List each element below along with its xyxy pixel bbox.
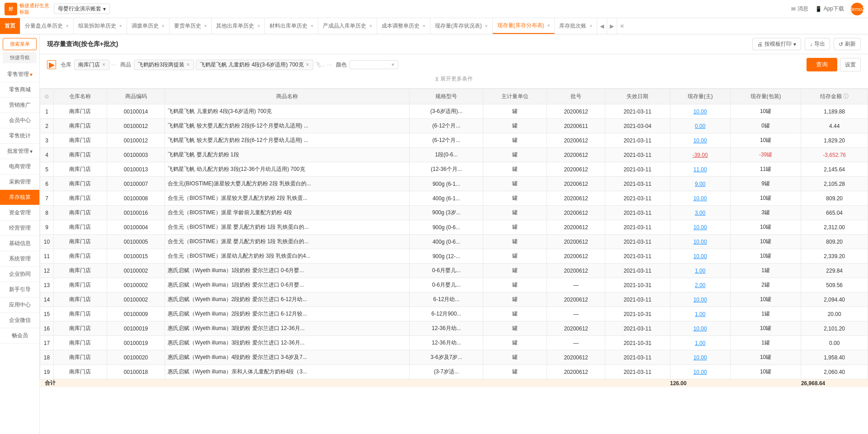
close-icon[interactable]: × bbox=[204, 24, 207, 28]
row-code: 00100009 bbox=[107, 307, 165, 321]
sidebar-item-system[interactable]: 系统管理 bbox=[0, 251, 39, 267]
close-icon[interactable]: × bbox=[66, 24, 69, 28]
tab-6[interactable]: 材料出库单历史 × bbox=[265, 18, 318, 34]
sidebar-item-wholesale[interactable]: 批发管理 ▾ bbox=[0, 144, 39, 159]
sidebar-item-marketing[interactable]: 营销推广 bbox=[0, 98, 39, 113]
tab-1[interactable]: 分量盘点单历史 × bbox=[20, 18, 74, 34]
export-button[interactable]: ↓ 导出 bbox=[805, 38, 830, 50]
row-qty-main[interactable]: 2.00 bbox=[670, 278, 730, 292]
app-download-button[interactable]: 📱 App下载 bbox=[815, 5, 844, 13]
row-qty-main[interactable]: 1.00 bbox=[670, 307, 730, 321]
row-qty-main[interactable]: 10.00 bbox=[670, 191, 730, 206]
col-settings[interactable]: ⚙ bbox=[40, 89, 54, 104]
row-qty-main[interactable]: 1.00 bbox=[670, 264, 730, 278]
remove-warehouse-icon[interactable]: × bbox=[102, 61, 105, 68]
tab-9[interactable]: 现存量(库存状况表) × bbox=[430, 18, 493, 34]
row-qty-main[interactable]: 10.00 bbox=[670, 104, 730, 119]
product-tag-1[interactable]: 飞鹤奶粉3段两提装 × bbox=[134, 60, 194, 70]
close-icon[interactable]: × bbox=[590, 24, 592, 28]
sidebar-item-wechat[interactable]: 企业微信 bbox=[0, 313, 39, 328]
sidebar-item-retail-mgmt[interactable]: 零售管理 ▾ bbox=[0, 67, 39, 82]
sidebar-item-purchase[interactable]: 采购管理 bbox=[0, 175, 39, 190]
row-qty-main[interactable]: 11.00 bbox=[670, 162, 730, 177]
user-avatar[interactable]: demo2 bbox=[851, 3, 863, 15]
close-icon[interactable]: × bbox=[369, 24, 372, 28]
search-menu-button[interactable]: 搜索菜单 bbox=[3, 38, 37, 50]
tab-4[interactable]: 要货单历史 × bbox=[170, 18, 212, 34]
row-qty-main[interactable]: 10.00 bbox=[670, 292, 730, 307]
row-batch: 20200612 bbox=[547, 321, 605, 336]
remove-product2-icon[interactable]: × bbox=[306, 61, 309, 68]
expand-conditions-button[interactable]: ⊻ 展开更多条件 bbox=[429, 73, 478, 85]
sidebar-item-finance[interactable]: 资金管理 bbox=[0, 205, 39, 221]
close-icon[interactable]: × bbox=[119, 24, 122, 28]
tab-scroll-left[interactable]: ◀ bbox=[597, 18, 607, 34]
refresh-button[interactable]: ↺ 刷新 bbox=[834, 38, 861, 50]
warehouse-tag[interactable]: 南库门店 × bbox=[74, 60, 109, 70]
row-qty-main[interactable]: 10.00 bbox=[670, 365, 730, 379]
row-qty-pkg: 10罐 bbox=[730, 191, 801, 206]
row-qty-main[interactable]: -39.00 bbox=[670, 148, 730, 162]
color-select[interactable]: ▾ bbox=[349, 60, 398, 69]
close-icon[interactable]: × bbox=[257, 24, 260, 28]
query-button[interactable]: 查询 bbox=[807, 58, 837, 71]
row-expire: 2021-03-11 bbox=[605, 133, 670, 148]
row-expire: 2021-03-04 bbox=[605, 119, 670, 133]
sidebar-item-guide[interactable]: 新手引导 bbox=[0, 282, 39, 297]
row-warehouse: 南库门店 bbox=[54, 365, 107, 379]
account-dropdown[interactable]: 母婴行业演示账套 ▾ bbox=[54, 4, 110, 14]
tab-10[interactable]: 现存量(库存分布表) × bbox=[493, 18, 555, 34]
sidebar-item-member[interactable]: 会员中心 bbox=[0, 113, 39, 128]
row-qty-main[interactable]: 10.00 bbox=[670, 249, 730, 264]
sidebar-item-retail-stats[interactable]: 零售统计 bbox=[0, 128, 39, 144]
print-button[interactable]: 🖨 按模板打印 ▾ bbox=[752, 38, 801, 50]
sidebar-item-app-center[interactable]: 应用中心 bbox=[0, 297, 39, 313]
product-tag-2[interactable]: 飞鹤星飞帆 儿童奶粉 4段(3-6岁适用) 700克 × bbox=[196, 60, 313, 70]
tab-close-all[interactable]: ✕ bbox=[617, 18, 627, 34]
tab-3[interactable]: 调拨单历史 × bbox=[127, 18, 170, 34]
more-products-icon[interactable]: ··· bbox=[327, 61, 331, 68]
sidebar-item-inventory[interactable]: 库存核算 bbox=[0, 190, 39, 205]
sidebar-item-operations[interactable]: 经营管理 bbox=[0, 221, 39, 236]
tab-2[interactable]: 组装拆卸单历史 × bbox=[74, 18, 127, 34]
tab-7[interactable]: 产成品入库单历史 × bbox=[318, 18, 377, 34]
top-bar: 好 畅捷通好生意 标版 母婴行业演示账套 ▾ ✉ 消息 📱 App下载 demo… bbox=[0, 0, 868, 18]
close-icon[interactable]: × bbox=[547, 23, 550, 28]
settings-button[interactable]: 设置 bbox=[840, 58, 861, 71]
row-no: 18 bbox=[40, 350, 54, 365]
sidebar-item-enterprise[interactable]: 企业协同 bbox=[0, 267, 39, 282]
more-options-icon[interactable]: ··· bbox=[111, 61, 116, 68]
row-expire: 2021-03-11 bbox=[605, 177, 670, 191]
row-qty-main[interactable]: 9.00 bbox=[670, 177, 730, 191]
product-filter: 商品 飞鹤奶粉3段两提装 × 飞鹤星飞帆 儿童奶粉 4段(3-6岁适用) 700… bbox=[120, 60, 331, 70]
row-spec: 6-12月900... bbox=[410, 307, 483, 321]
quick-nav-button[interactable]: 快捷导航 bbox=[3, 52, 37, 63]
expand-filter-button[interactable]: ▶ bbox=[47, 60, 56, 69]
column-settings-icon[interactable]: ⚙ bbox=[44, 94, 49, 100]
close-icon[interactable]: × bbox=[423, 24, 425, 28]
row-qty-main[interactable]: 3.00 bbox=[670, 206, 730, 220]
tab-scroll-right[interactable]: ▶ bbox=[607, 18, 617, 34]
row-qty-main[interactable]: 10.00 bbox=[670, 321, 730, 336]
sidebar-item-ecommerce[interactable]: 电商管理 bbox=[0, 159, 39, 175]
row-qty-main[interactable]: 10.00 bbox=[670, 220, 730, 235]
sidebar-item-retail-mall[interactable]: 零售商城 bbox=[0, 82, 39, 98]
remove-product1-icon[interactable]: × bbox=[187, 61, 190, 68]
row-warehouse: 南库门店 bbox=[54, 104, 107, 119]
sidebar-item-basic-info[interactable]: 基础信息 bbox=[0, 236, 39, 251]
close-icon[interactable]: × bbox=[311, 24, 313, 28]
info-icon[interactable]: ⓘ bbox=[843, 93, 849, 99]
message-button[interactable]: ✉ 消息 bbox=[791, 5, 808, 13]
tab-home[interactable]: 首页 bbox=[0, 18, 20, 34]
sidebar-item-member2[interactable]: 畅会员 bbox=[0, 328, 39, 344]
row-qty-main[interactable]: 10.00 bbox=[670, 133, 730, 148]
row-qty-main[interactable]: 1.00 bbox=[670, 336, 730, 350]
row-qty-main[interactable]: 0.00 bbox=[670, 119, 730, 133]
close-icon[interactable]: × bbox=[485, 24, 488, 28]
tab-5[interactable]: 其他出库单历史 × bbox=[212, 18, 265, 34]
tab-8[interactable]: 成本调整单历史 × bbox=[377, 18, 430, 34]
row-qty-main[interactable]: 10.00 bbox=[670, 235, 730, 249]
close-icon[interactable]: × bbox=[162, 24, 165, 28]
row-qty-main[interactable]: 10.00 bbox=[670, 350, 730, 365]
tab-11[interactable]: 库存批次账 × bbox=[555, 18, 597, 34]
